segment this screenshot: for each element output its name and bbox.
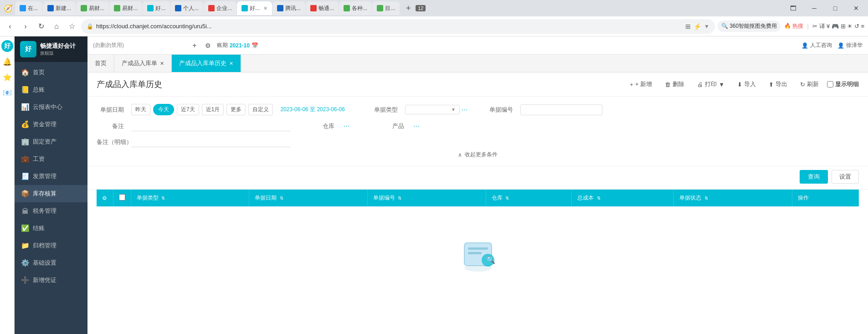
- scissors-tool[interactable]: ✂ 译 ¥ 🎮 ⊞ ☀ ↺ ≡: [812, 22, 864, 31]
- sidebar-item-basic[interactable]: ⚙️ 基础设置: [15, 254, 87, 272]
- th-type[interactable]: 单据类型 ⇅: [131, 190, 249, 206]
- tab-close-8[interactable]: ✕: [263, 5, 267, 11]
- window-close-icon[interactable]: ✕: [846, 1, 866, 15]
- bookmark-button[interactable]: ☆: [66, 20, 78, 33]
- new-tab-button[interactable]: +: [402, 2, 415, 15]
- iconbar-app[interactable]: 好: [1, 40, 13, 52]
- browser-tab-11[interactable]: 各种...: [339, 1, 372, 15]
- date-btn-yesterday[interactable]: 昨天: [131, 104, 150, 115]
- browser-tab-5[interactable]: 好...: [143, 1, 170, 15]
- calendar-icon[interactable]: 📅: [252, 42, 258, 49]
- gear-column-icon[interactable]: ⚙: [102, 195, 107, 201]
- note-filter-input[interactable]: [131, 121, 291, 131]
- browser-tab-10[interactable]: 畅通...: [306, 1, 339, 15]
- import-button[interactable]: ⬇ 导入: [733, 78, 760, 91]
- page-actions: + + 新增 🗑 删除 🖨 打印 ▼ ⬇ 导入: [625, 78, 859, 91]
- browser-tab-7[interactable]: 企业...: [204, 1, 236, 15]
- sidebar-item-fixed[interactable]: 🏢 固定资产: [15, 133, 87, 150]
- page-tab-list[interactable]: 产成品入库单 ✕: [114, 55, 172, 72]
- sidebar-item-tax[interactable]: 🏛 税务管理: [15, 202, 87, 220]
- home-button[interactable]: ⌂: [50, 20, 63, 33]
- show-detail-label: 显示明细: [835, 80, 859, 88]
- type-select[interactable]: ▼ ···: [405, 105, 469, 114]
- page-tab-home[interactable]: 首页: [87, 55, 114, 72]
- browser-tab-9[interactable]: 腾讯...: [272, 1, 305, 15]
- sidebar-item-salary[interactable]: 💼 工资: [15, 150, 87, 168]
- browser-tab-2[interactable]: 新建...: [43, 1, 76, 15]
- sort-date-icon: ⇅: [280, 195, 283, 200]
- type-dropdown[interactable]: ▼: [405, 105, 460, 114]
- new-button[interactable]: + + 新增: [625, 78, 657, 91]
- add-company-button[interactable]: +: [190, 41, 200, 51]
- search-box[interactable]: 🔍 360智能抠图免费用: [718, 21, 781, 32]
- browser-tab-1[interactable]: 在...: [15, 1, 42, 15]
- th-number[interactable]: 单据编号 ⇅: [368, 190, 486, 206]
- refresh-button[interactable]: ↻: [35, 20, 47, 33]
- window-restore-icon[interactable]: 🗔: [783, 1, 803, 15]
- date-btn-more[interactable]: 更多: [226, 104, 246, 115]
- show-detail-checkbox[interactable]: [827, 81, 833, 87]
- window-maximize-icon[interactable]: □: [825, 1, 845, 15]
- customer-service-button[interactable]: 👤 人工咨询: [801, 41, 832, 49]
- th-status[interactable]: 单据状态 ⇅: [674, 190, 792, 206]
- browser-tab-12[interactable]: 目...: [372, 1, 400, 15]
- user-avatar[interactable]: 👤 徐泽华: [837, 41, 863, 49]
- page-tab-history-close[interactable]: ✕: [229, 61, 233, 67]
- company-select[interactable]: 江西服宝测试专用 ▼: [128, 40, 186, 51]
- print-button[interactable]: 🖨 打印 ▼: [693, 78, 729, 91]
- sidebar-item-inventory[interactable]: 📦 库存核算: [15, 185, 87, 202]
- th-warehouse[interactable]: 仓库 ⇅: [486, 190, 571, 206]
- filter-row-1: 单据日期 昨天 今天 近7天 近1月 更多 自定义 2023-06-06 至 2…: [97, 104, 859, 115]
- delete-button[interactable]: 🗑 删除: [660, 78, 689, 91]
- sidebar-item-invoice[interactable]: 🧾 发票管理: [15, 168, 87, 185]
- window-minimize-icon[interactable]: ─: [804, 1, 824, 15]
- sidebar-item-ledger[interactable]: 📒 总账: [15, 81, 87, 98]
- number-filter-input[interactable]: [520, 104, 602, 115]
- browser-tab-3[interactable]: 易财...: [76, 1, 109, 15]
- iconbar-item3[interactable]: 📧: [1, 87, 13, 98]
- date-btn-custom[interactable]: 自定义: [248, 104, 273, 115]
- tab-favicon-10: [310, 5, 317, 11]
- sidebar-item-settle[interactable]: ✅ 结账: [15, 220, 87, 237]
- iconbar-item1[interactable]: 🔔: [1, 56, 13, 67]
- th-date[interactable]: 单据日期 ⇅: [249, 190, 368, 206]
- sidebar-item-home[interactable]: 🏠 首页: [15, 64, 87, 81]
- th-total-cost[interactable]: 总成本 ⇅: [572, 190, 674, 206]
- page-tab-list-label: 产成品入库单: [122, 59, 157, 67]
- back-button[interactable]: ‹: [4, 20, 16, 33]
- empty-illustration: 🔍: [455, 234, 501, 283]
- page-tab-history[interactable]: 产成品入库单历史 ✕: [172, 55, 241, 72]
- forward-button[interactable]: ›: [19, 20, 32, 33]
- browser-tab-6[interactable]: 个人...: [170, 1, 203, 15]
- date-btn-today[interactable]: 今天: [153, 104, 174, 115]
- refresh-button[interactable]: ↻ 刷新: [796, 78, 823, 91]
- sidebar-item-funds[interactable]: 💰 资金管理: [15, 116, 87, 133]
- th-gear[interactable]: ⚙: [97, 190, 113, 206]
- set-button[interactable]: 设置: [832, 170, 859, 184]
- sidebar-item-archive[interactable]: 📁 归档管理: [15, 237, 87, 254]
- product-more-icon[interactable]: ···: [411, 122, 421, 130]
- fixed-icon: 🏢: [21, 138, 29, 146]
- dropdown-icon[interactable]: ▼: [704, 23, 709, 30]
- browser-tab-8[interactable]: 好... ✕: [237, 1, 272, 15]
- sort-type-icon: ⇅: [161, 195, 165, 200]
- browser-back-icon[interactable]: 🧭: [2, 2, 15, 15]
- sidebar-label-ledger: 总账: [33, 86, 45, 94]
- query-button[interactable]: 查询: [800, 170, 828, 184]
- page-tab-list-close[interactable]: ✕: [160, 61, 164, 67]
- select-all-checkbox[interactable]: [119, 194, 125, 200]
- type-more-icon[interactable]: ···: [460, 106, 469, 114]
- warehouse-more-icon[interactable]: ···: [342, 122, 351, 130]
- date-btn-7days[interactable]: 近7天: [177, 104, 199, 115]
- iconbar-item2[interactable]: ⭐: [1, 71, 13, 83]
- sidebar-item-reports[interactable]: 📊 云报表中心: [15, 98, 87, 116]
- settings-gear-icon[interactable]: ⚙: [203, 41, 213, 51]
- th-check[interactable]: [113, 190, 131, 206]
- date-btn-1month[interactable]: 近1月: [202, 104, 224, 115]
- browser-tab-4[interactable]: 易财...: [109, 1, 142, 15]
- sidebar-item-new-voucher[interactable]: ➕ 新增凭证: [15, 272, 87, 289]
- url-bar[interactable]: 🔒 https://cloud.chanjet.com/accounting/u…: [81, 19, 715, 34]
- collapse-more-button[interactable]: ∧ 收起更多条件: [97, 151, 859, 159]
- note-detail-input[interactable]: [131, 137, 291, 147]
- export-button[interactable]: ⬆ 导出: [764, 78, 792, 91]
